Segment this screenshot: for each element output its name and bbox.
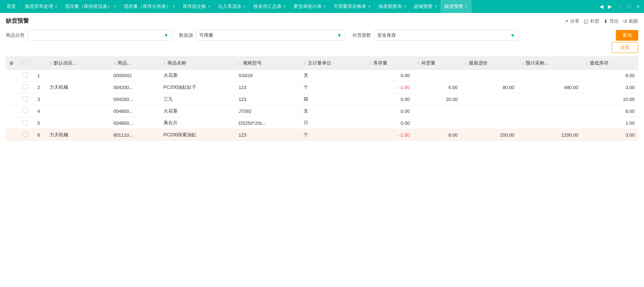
table-row[interactable]: 5 004800... 离合片 DS250*23c... 只 0.00 1.00 [6, 117, 638, 129]
th-unit[interactable]: ↕ 主计量单位 [300, 57, 365, 70]
sort-name-icon: ↕ [164, 61, 166, 65]
nav-tab-10[interactable]: 超储预警 × [410, 0, 441, 13]
nav-tab-8[interactable]: 可用量库存账本 × [330, 0, 375, 13]
td-replenish [413, 70, 461, 81]
th-supplier[interactable]: ↕ 默认供应... [46, 57, 110, 70]
td-latest-price [461, 117, 518, 129]
nav-tab-10-label: 超储预警 [414, 3, 432, 10]
row-checkbox[interactable] [23, 108, 28, 113]
refresh-action[interactable]: ↺ 刷新 [623, 18, 638, 25]
td-unit: 只 [300, 117, 365, 129]
td-check[interactable] [19, 105, 31, 117]
nav-tab-4[interactable]: 库存批次账 × [179, 0, 214, 13]
replenish-icon: ◱ [584, 18, 588, 24]
nav-tab-6[interactable]: 收发存汇总表 × [250, 0, 290, 13]
close-tab-1-icon[interactable]: × [55, 4, 57, 9]
th-replenish-label: 补货量 [421, 60, 435, 66]
nav-tab-11[interactable]: 缺货预警 × [441, 0, 471, 13]
close-tab-7-icon[interactable]: × [323, 4, 326, 9]
td-supplier [46, 70, 110, 81]
td-name: PC200油缸缸子 [160, 81, 235, 93]
table-row[interactable]: 4 004600... 火花塞 J7092 支 0.00 8.00 [6, 105, 638, 117]
table-row[interactable]: 2 力天机械 004200... PC200油缸缸子 123 个 -1.00 6… [6, 81, 638, 93]
td-latest-price [461, 93, 518, 105]
row-checkbox[interactable] [23, 96, 28, 101]
th-settings[interactable]: ⚙ [6, 57, 19, 70]
row-checkbox[interactable] [23, 84, 28, 89]
td-spec: J7092 [235, 105, 300, 117]
export-action[interactable]: ⬇ 导出 [604, 18, 619, 25]
td-code: 004200... [110, 93, 160, 105]
select-all-checkbox[interactable] [23, 60, 28, 65]
td-idx: 3 [31, 93, 46, 105]
th-code[interactable]: ↕ 商品... [110, 57, 160, 70]
nav-tab-7[interactable]: 要货单统计表 × [290, 0, 330, 13]
category-select[interactable]: ▼ [27, 30, 172, 41]
th-min-stock-label: 最低库存 [590, 60, 609, 66]
next-tab-arrow[interactable]: ▶ [606, 0, 614, 13]
td-check[interactable] [19, 70, 31, 81]
close-tab-10-icon[interactable]: × [434, 4, 437, 9]
close-tab-9-icon[interactable]: × [404, 4, 406, 9]
td-latest-price: 200.00 [461, 129, 518, 141]
close-button[interactable]: × [634, 0, 643, 13]
share-label: 分享 [570, 18, 579, 25]
replenish-base-select[interactable]: 安全库存 ▼ [374, 30, 518, 41]
close-tab-2-icon[interactable]: × [114, 4, 116, 9]
prev-tab-arrow[interactable]: ◀ [597, 0, 606, 13]
maximize-button[interactable]: □ [625, 0, 634, 13]
nav-tab-5[interactable]: 出入库流水 × [214, 0, 250, 13]
datasource-select[interactable]: 可用量 ▼ [196, 30, 345, 41]
sort-unit-icon: ↕ [304, 61, 306, 65]
td-min-stock: 10.00 [582, 93, 638, 105]
td-unit: 支 [300, 105, 365, 117]
refresh-icon: ↺ [623, 18, 627, 24]
td-settings [6, 117, 19, 129]
td-code: 004600... [110, 105, 160, 117]
th-spec[interactable]: ↕ 规格型号 [235, 57, 300, 70]
th-check[interactable] [19, 57, 31, 70]
td-supplier: 力天机械 [46, 81, 110, 93]
table-row[interactable]: 6 力天机械 801110... PC200张紧油缸 123 个 -1.00 6… [6, 129, 638, 141]
row-checkbox[interactable] [23, 72, 28, 78]
th-latest-price[interactable]: ↕ 最新进价 [461, 57, 518, 70]
close-tab-5-icon[interactable]: × [243, 4, 246, 9]
td-spec: 123 [235, 129, 300, 141]
th-name[interactable]: ↕ 商品名称 [160, 57, 235, 70]
td-check[interactable] [19, 117, 31, 129]
td-name: 火花塞 [160, 105, 235, 117]
th-stock[interactable]: ↕ 库存量 [365, 57, 413, 70]
nav-tab-6-label: 收发存汇总表 [253, 3, 282, 10]
td-unit: 个 [300, 129, 365, 141]
data-table: ⚙ ↕ 默认供应... ↕ 商品... ↕ 商品名称 [6, 57, 638, 141]
td-supplier: 力天机械 [46, 129, 110, 141]
td-check[interactable] [19, 129, 31, 141]
share-action[interactable]: ↗ 分享 [564, 18, 579, 25]
close-tab-3-icon[interactable]: × [173, 4, 175, 9]
close-tab-11-icon[interactable]: × [465, 4, 467, 9]
th-min-stock[interactable]: ↕ 最低库存 [582, 57, 638, 70]
query-button[interactable]: 查询 [616, 30, 638, 41]
minimize-button[interactable]: － [614, 0, 625, 13]
nav-tab-3[interactable]: 现存量（库存分布表） × [120, 0, 179, 13]
nav-tab-1[interactable]: 炼货异常处理 × [21, 0, 61, 13]
th-replenish[interactable]: ↕ 补货量 [413, 57, 461, 70]
td-check[interactable] [19, 93, 31, 105]
settings-button[interactable]: 设置 [612, 42, 638, 53]
table-row[interactable]: 3 004200... 三九 123 箱 0.00 20.00 10.00 [6, 93, 638, 105]
close-tab-8-icon[interactable]: × [368, 4, 371, 9]
row-checkbox[interactable] [23, 132, 28, 137]
close-tab-4-icon[interactable]: × [208, 4, 210, 9]
replenish-base-value: 安全库存 [377, 32, 396, 39]
td-check[interactable] [19, 81, 31, 93]
nav-tab-2[interactable]: 现存量（库存状况表） × [61, 0, 120, 13]
td-replenish [413, 117, 461, 129]
th-estimated-purchase[interactable]: ↕ 预计采购... [518, 57, 582, 70]
td-idx: 2 [31, 81, 46, 93]
table-row[interactable]: 1 0000042 火花塞 SS816 支 0.00 8.00 [6, 70, 638, 81]
row-checkbox[interactable] [23, 120, 28, 125]
close-tab-6-icon[interactable]: × [283, 4, 286, 9]
replenish-action[interactable]: ◱ 补货 [584, 18, 599, 25]
nav-tab-9[interactable]: 保质期查询 × [375, 0, 410, 13]
nav-home[interactable]: 首页 [1, 0, 21, 13]
